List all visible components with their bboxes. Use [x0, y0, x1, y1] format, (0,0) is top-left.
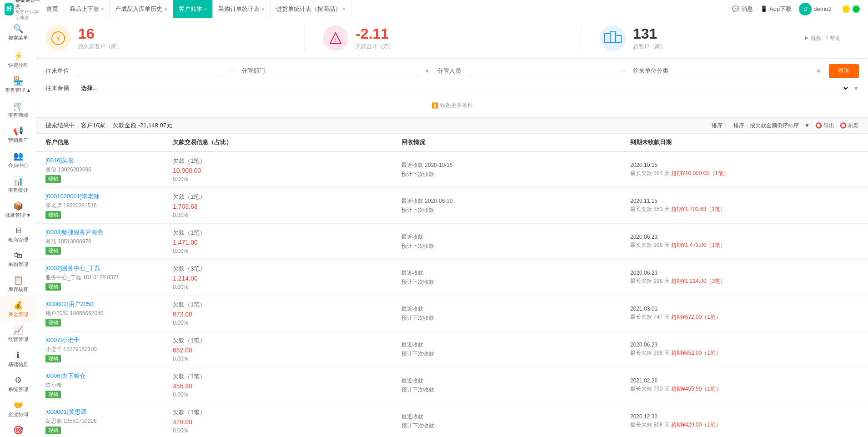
sidebar-item-guide[interactable]: 🎯 新手引导: [0, 422, 36, 437]
tab-customer-account[interactable]: 客户账本 ×: [173, 0, 213, 18]
sidebar-item-wholesale[interactable]: 📦 批发管理 ▼: [0, 197, 36, 222]
department-filter-arrow[interactable]: ▼: [424, 68, 430, 75]
customer-name-link[interactable]: [0003]畅捷服务尹海燕: [45, 228, 173, 236]
customer-name-link[interactable]: [0016]吴俊: [45, 156, 173, 165]
customer-tag: 现销: [45, 391, 61, 398]
sidebar-item-finance[interactable]: 💰 资金管理: [0, 296, 36, 321]
sidebar-item-quick-nav[interactable]: ⚡ 快捷导航: [0, 47, 36, 72]
debt-info-cell: 欠款（1笔） 1,703.68 0.00%: [173, 193, 401, 218]
overdue-link[interactable]: 超期¥1,471.00（1笔）: [671, 242, 726, 248]
debt-percent: 0.00%: [173, 212, 401, 218]
stat-card-total-customers: 131 总客户（家） ▶ 视频 ? 帮助: [600, 25, 859, 51]
debt-amount[interactable]: 652.00: [173, 347, 401, 354]
help-icon: ?: [825, 35, 828, 41]
overdue-link[interactable]: 超期¥652.00（1笔）: [671, 350, 721, 356]
sidebar-item-retail-stats[interactable]: 📊 零售统计: [0, 172, 36, 197]
sidebar-item-business[interactable]: 📈 经营管理: [0, 321, 36, 347]
stat-card-values: 16 总欠款客户（家）: [78, 26, 122, 50]
tab-close-icon[interactable]: ×: [164, 6, 167, 12]
overdue-link[interactable]: 超期¥429.00（1笔）: [671, 422, 721, 428]
overdue-link[interactable]: 超期¥672.00（1笔）: [671, 314, 721, 320]
customer-name-link[interactable]: [0001020001]李老师: [45, 192, 173, 201]
customer-filter-input[interactable]: [76, 65, 224, 76]
tab-close-icon[interactable]: ×: [261, 6, 264, 12]
next-payment: 预计下次收款: [401, 386, 630, 394]
sidebar-item-search[interactable]: 🔍 搜索菜单: [0, 20, 36, 45]
app-download-btn[interactable]: 📱 App下载: [760, 5, 792, 13]
debt-amount[interactable]: 1,214.00: [173, 275, 401, 282]
marketing-icon: 📢: [13, 126, 23, 136]
sidebar-item-collab[interactable]: 🤝 企业协同: [0, 397, 36, 422]
collapse-button[interactable]: ⏫ 收起更多条件: [45, 99, 859, 112]
debt-amount[interactable]: 10,000.00: [173, 167, 401, 174]
customer-info-cell: [000002]用户2050 用户2050 18665062050 现销: [45, 300, 173, 326]
tab-home[interactable]: 首页: [41, 0, 64, 18]
sidebar-item-retail-mall[interactable]: 🛒 零售商城: [0, 97, 36, 122]
customer-name-link[interactable]: [000001]黄思源: [45, 408, 173, 416]
overdue-link[interactable]: 超期¥1,214.00（3笔）: [671, 278, 726, 284]
filter-area: 往来单位 ··· 分管部门 ▼ 分管人员 ··· 往来单位分类 ▼ 查询: [36, 59, 868, 118]
manager-filter-dots[interactable]: ···: [620, 67, 626, 75]
message-btn[interactable]: 💬 消息: [732, 5, 753, 13]
tab-purchase-stats-product[interactable]: 进货单统计表（按商品） ×: [271, 0, 351, 18]
inventory-icon: 📋: [13, 275, 23, 285]
user-avatar-btn[interactable]: D demo2: [799, 3, 832, 15]
window-controls: − □: [843, 5, 860, 13]
manager-filter-input[interactable]: [468, 65, 616, 76]
tab-purchase-order-stats[interactable]: 采购订单统计表 ×: [213, 0, 270, 18]
minimize-button[interactable]: −: [843, 5, 850, 13]
debt-count: 欠款（1笔）: [173, 301, 401, 309]
tab-close-icon[interactable]: ×: [204, 6, 207, 12]
debt-amount[interactable]: 1,703.68: [173, 203, 401, 210]
overdue-link[interactable]: 超期¥1,703.68（1笔）: [671, 206, 726, 212]
avatar: D: [799, 3, 812, 15]
maximize-button[interactable]: □: [853, 5, 860, 13]
sidebar-item-marketing[interactable]: 📢 营销推广: [0, 122, 36, 147]
sidebar-item-ecommerce[interactable]: 🖥 电商管理: [0, 222, 36, 247]
balance-filter-arrow[interactable]: ▼: [853, 85, 859, 92]
overdue-days: 最长欠款 808 天 超期¥429.00（1笔）: [630, 421, 859, 429]
table-body: [0016]吴俊 吴俊 13026203696 现销 欠款（1笔） 10,000…: [36, 152, 868, 437]
debt-amount[interactable]: 455.90: [173, 382, 401, 390]
sidebar-item-label: 企业协同: [8, 411, 28, 418]
overdue-link[interactable]: 超期¥455.90（1笔）: [671, 386, 721, 392]
debt-amount[interactable]: 429.00: [173, 418, 401, 426]
category-filter-arrow[interactable]: ▼: [816, 68, 822, 75]
recovery-info-cell: 最近收款 预计下次收款: [401, 413, 630, 430]
overdue-days: 最长欠款 998 天 超期¥1,214.00（3笔）: [630, 277, 859, 285]
sidebar-item-retail-mgmt[interactable]: 🏪 零售管理 ▲: [0, 72, 36, 97]
debt-amount[interactable]: 672.00: [173, 311, 401, 318]
customer-name-link[interactable]: [0007]小迸千: [45, 336, 173, 344]
customer-name-link[interactable]: [0006]去下粮仓: [45, 372, 173, 380]
video-btn[interactable]: ▶ 视频: [804, 35, 822, 42]
department-filter-input[interactable]: [272, 65, 421, 76]
sidebar-item-system[interactable]: ⚙ 系统管理: [0, 372, 36, 397]
help-btn[interactable]: ? 帮助: [825, 35, 841, 42]
customer-name-link[interactable]: [0002]服务中心_丁磊: [45, 264, 173, 272]
sort-arrow-icon[interactable]: ▼: [804, 122, 810, 129]
tab-production-history[interactable]: 产成品入库单历史 ×: [110, 0, 173, 18]
tab-close-icon[interactable]: ×: [343, 6, 346, 12]
customer-info-cell: [0003]畅捷服务尹海燕 海燕 18513066976 现销: [45, 228, 173, 255]
overdue-link[interactable]: 超期¥10,000.00（1笔）: [671, 170, 729, 176]
customer-tag: 现销: [45, 355, 61, 362]
sidebar-item-inventory[interactable]: 📋 库存核算: [0, 271, 36, 296]
customer-tag: 现销: [45, 211, 61, 219]
category-filter-input[interactable]: [672, 65, 812, 76]
sort-select[interactable]: 排序：按欠款金额倒序排序: [733, 122, 799, 130]
tab-product-listing[interactable]: 商品上下架 ×: [64, 0, 110, 18]
sidebar-item-label: 系统管理: [8, 386, 28, 393]
tab-close-icon[interactable]: ×: [101, 6, 104, 12]
search-button[interactable]: 查询: [829, 64, 859, 78]
export-button[interactable]: ⭕ 导出: [815, 122, 834, 130]
customer-filter-dots[interactable]: ···: [228, 67, 234, 75]
sidebar-item-purchase[interactable]: 🛍 采购管理: [0, 247, 36, 271]
customer-contact: 吴俊 13026203696: [45, 166, 173, 174]
sidebar-item-basic-info[interactable]: ℹ 基础信息: [0, 347, 36, 372]
sidebar-item-member[interactable]: 👥 会员中心: [0, 147, 36, 172]
balance-filter-select[interactable]: 选择...: [76, 82, 849, 94]
debt-amount[interactable]: 1,471.00: [173, 239, 401, 246]
customer-name-link[interactable]: [000002]用户2050: [45, 300, 173, 308]
refresh-button[interactable]: ⭕ 刷新: [840, 122, 859, 130]
recovery-info-cell: 最近收款 预计下次收款: [401, 269, 630, 286]
